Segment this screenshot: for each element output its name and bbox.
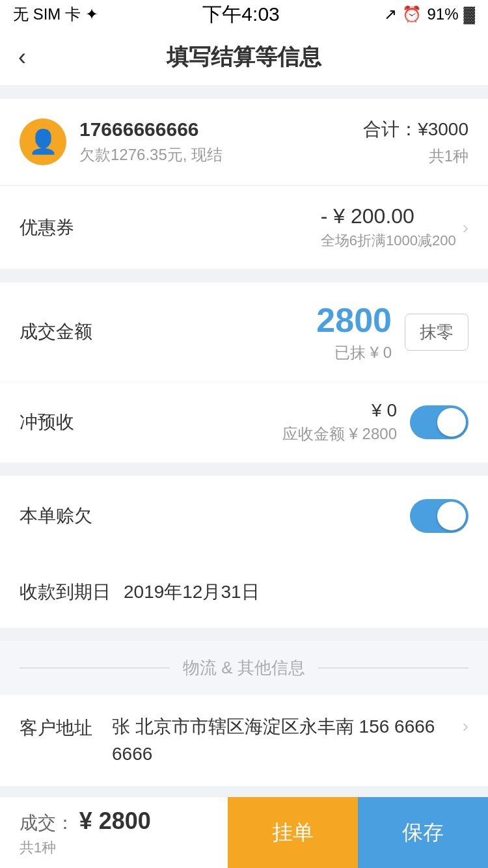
nav-title: 填写结算等信息 (167, 42, 321, 72)
address-value: 张 北京市市辖区海淀区永丰南 156 6666 6666 (112, 713, 443, 768)
customer-left: 👤 17666666666 欠款1276.35元, 现结 (20, 118, 223, 165)
status-bar-right: ↗ ⏰ 91% ▓ (384, 5, 475, 23)
prepay-value-block: ¥ 0 应收金额 ¥ 2800 (282, 400, 397, 444)
amount-label: 成交金额 (20, 319, 92, 344)
status-bar-time: 下午4:03 (202, 1, 279, 28)
logistics-title: 物流 & 其他信息 (183, 657, 305, 679)
back-button[interactable]: ‹ (18, 44, 26, 71)
prepay-right: ¥ 0 应收金额 ¥ 2800 (282, 400, 468, 444)
amount-right: 2800 已抹 ¥ 0 抹零 (316, 301, 468, 363)
logistics-line-right (318, 668, 468, 668)
bottom-bar: 成交： ¥ 2800 共1种 挂单 保存 (0, 796, 488, 868)
avatar-icon: 👤 (29, 128, 58, 156)
customer-card: 👤 17666666666 欠款1276.35元, 现结 合计：¥3000 共1… (0, 99, 488, 185)
status-bar: 无 SIM 卡 ✦ 下午4:03 ↗ ⏰ 91% ▓ (0, 0, 488, 29)
coupon-chevron-icon: › (463, 217, 468, 238)
prepay-toggle[interactable] (410, 405, 468, 439)
address-chevron-icon: › (463, 713, 468, 737)
status-bar-left: 无 SIM 卡 ✦ (13, 4, 98, 25)
coupon-right: - ¥ 200.00 全场6折满1000减200 › (321, 204, 468, 251)
coupon-value-block: - ¥ 200.00 全场6折满1000减200 (321, 204, 456, 251)
customer-debt: 欠款1276.35元, 现结 (79, 144, 223, 165)
bottom-summary: 成交： ¥ 2800 共1种 (0, 807, 228, 858)
customer-right: 合计：¥3000 共1种 (363, 117, 468, 167)
coupon-label: 优惠券 (20, 215, 74, 240)
debt-label: 本单赊欠 (20, 504, 92, 528)
amount-value: 2800 (316, 301, 392, 340)
debt-toggle-circle (437, 502, 466, 530)
section-divider-2 (0, 463, 488, 476)
customer-info: 17666666666 欠款1276.35元, 现结 (79, 118, 223, 165)
save-button[interactable]: 保存 (358, 797, 488, 869)
amount-sub: 已抹 ¥ 0 (316, 342, 392, 363)
due-date-row: 收款到期日 2019年12月31日 (0, 556, 488, 628)
prepay-sub: 应收金额 ¥ 2800 (282, 424, 397, 444)
debt-toggle[interactable] (410, 499, 468, 533)
round-button[interactable]: 抹零 (405, 314, 468, 351)
avatar: 👤 (20, 118, 66, 165)
battery-indicator: 91% (427, 5, 458, 23)
amount-value-block: 2800 已抹 ¥ 0 (316, 301, 392, 363)
bottom-summary-label: 成交： (20, 813, 74, 833)
coupon-amount: - ¥ 200.00 (321, 204, 456, 228)
section-divider-3 (0, 628, 488, 641)
toggle-circle (437, 408, 466, 437)
customer-phone: 17666666666 (79, 118, 223, 141)
battery-icon: ▓ (463, 5, 475, 23)
prepay-label: 冲预收 (20, 410, 74, 435)
hang-button[interactable]: 挂单 (228, 797, 358, 869)
address-row[interactable]: 客户地址 张 北京市市辖区海淀区永丰南 156 6666 6666 › (0, 695, 488, 786)
coupon-row[interactable]: 优惠券 - ¥ 200.00 全场6折满1000减200 › (0, 186, 488, 269)
prepay-row: 冲预收 ¥ 0 应收金额 ¥ 2800 (0, 382, 488, 463)
location-icon: ↗ (384, 5, 397, 23)
customer-count: 共1种 (363, 146, 468, 167)
prepay-amount: ¥ 0 (282, 400, 397, 421)
sim-wifi-indicator: 无 SIM 卡 ✦ (13, 4, 98, 25)
logistics-line-left (20, 668, 170, 668)
bottom-summary-main: 成交： ¥ 2800 (20, 807, 208, 835)
due-date-value: 2019年12月31日 (124, 580, 260, 604)
customer-total: 合计：¥3000 (363, 117, 468, 142)
coupon-desc: 全场6折满1000减200 (321, 231, 456, 251)
bottom-summary-value: ¥ 2800 (79, 807, 151, 834)
alarm-icon: ⏰ (402, 5, 422, 23)
address-label: 客户地址 (20, 713, 92, 740)
debt-row: 本单赊欠 (0, 476, 488, 556)
section-divider-1 (0, 269, 488, 282)
bottom-summary-count: 共1种 (20, 838, 208, 858)
logistics-section-header: 物流 & 其他信息 (0, 641, 488, 695)
nav-bar: ‹ 填写结算等信息 (0, 29, 488, 86)
due-date-label: 收款到期日 (20, 580, 111, 604)
amount-row: 成交金额 2800 已抹 ¥ 0 抹零 (0, 282, 488, 382)
